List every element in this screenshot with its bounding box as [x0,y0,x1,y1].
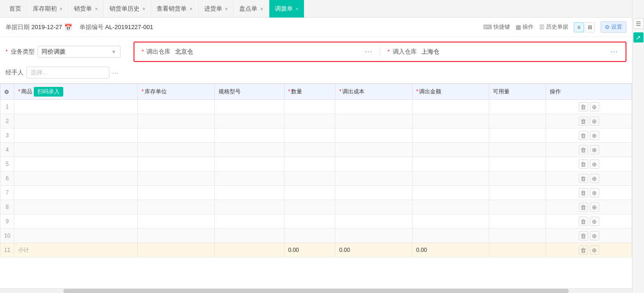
product-cell-8[interactable] [14,200,138,214]
product-cell-6[interactable] [14,171,138,186]
tab-close-view-sales[interactable]: × [189,6,192,12]
unit-cell-8 [138,200,214,214]
qty-cell-5[interactable] [284,157,335,171]
amount-cell-4 [412,143,489,157]
copy-row-3[interactable]: ⊕ [590,131,599,140]
handler-select[interactable]: 选择... [26,67,109,79]
product-cell-1[interactable] [14,100,138,114]
content-area: 单据日期 2019-12-27 📅 单据编号 AL-20191227-001 ⌨… [0,18,644,293]
tab-close-transfer[interactable]: × [296,6,298,12]
qty-cell-8[interactable] [284,200,335,214]
copy-row-5[interactable]: ⊕ [590,159,599,169]
delete-row-11[interactable]: 🗑 [579,245,588,255]
scan-button[interactable]: 扫码录入 [34,87,63,97]
copy-row-1[interactable]: ⊕ [590,102,599,111]
handler-group: 经手人 选择... ··· [6,67,119,79]
copy-row-6[interactable]: ⊕ [590,174,599,183]
spec-cell-5 [214,157,284,171]
tab-close-inventory-init[interactable]: × [60,6,62,12]
cost-cell-4 [335,143,412,157]
warehouse-out-field: * 调出仓库 北京仓 ··· [142,48,372,56]
amount-cell-6 [412,171,489,186]
qty-cell-9[interactable] [284,214,335,229]
setting-button[interactable]: ⚙ 设置 [601,21,626,33]
tab-close-sales-history[interactable]: × [142,6,145,12]
qty-cell-3[interactable] [284,128,335,143]
available-cell-3 [489,128,546,143]
copy-row-4[interactable]: ⊕ [590,145,599,154]
tab-sales-order[interactable]: 销货单 × [68,0,103,18]
delete-row-5[interactable]: 🗑 [579,159,588,169]
delete-row-1[interactable]: 🗑 [579,102,588,111]
copy-row-7[interactable]: ⊕ [590,188,599,197]
delete-row-4[interactable]: 🗑 [579,145,588,154]
qty-cell-10[interactable] [284,229,335,243]
calendar-icon[interactable]: 📅 [64,24,72,31]
horizontal-scrollbar[interactable] [0,288,632,293]
delete-row-3[interactable]: 🗑 [579,131,588,140]
copy-row-8[interactable]: ⊕ [590,202,599,212]
delete-row-6[interactable]: 🗑 [579,174,588,183]
copy-row-9[interactable]: ⊕ [590,217,599,226]
cost-cell-2 [335,114,412,128]
product-cell-5[interactable] [14,157,138,171]
tab-close-sales-order[interactable]: × [95,6,97,12]
qty-cell-2[interactable] [284,114,335,128]
product-cell-4[interactable] [14,143,138,157]
sidebar-doc-icon[interactable]: ☰ [633,18,644,29]
tab-purchase[interactable]: 进货单 × [199,0,234,18]
form-area: * 业务类型 同价调拨 ▼ * 调出仓库 北京仓 ··· [0,37,632,83]
sidebar-export-icon[interactable]: ↗ [633,32,644,43]
qty-cell-1[interactable] [284,100,335,114]
grid-view-btn[interactable]: ⊞ [585,22,595,32]
tab-close-purchase[interactable]: × [225,6,228,12]
handler-label: 经手人 [6,68,24,77]
business-type-select[interactable]: 同价调拨 ▼ [37,46,121,58]
shortcut-icon: ⌨ [483,24,492,31]
qty-cell-7[interactable] [284,186,335,200]
delete-row-9[interactable]: 🗑 [579,217,588,226]
th-unit: *库存单位 [138,84,214,100]
view-toggle: ≡ ⊞ [574,22,595,32]
qty-cell-4[interactable] [284,143,335,157]
spec-cell-8 [214,200,284,214]
dropdown-arrow-icon: ▼ [111,49,116,55]
scroll-thumb[interactable] [63,289,569,293]
tab-home[interactable]: 首页 [4,0,27,18]
shortcut-btn[interactable]: ⌨ 快捷键 [483,23,510,31]
product-cell-3[interactable] [14,128,138,143]
history-btn[interactable]: ☰ 历史单据 [539,23,568,31]
tab-inventory-check[interactable]: 盘点单 × [234,0,269,18]
handler-more[interactable]: ··· [112,69,119,76]
product-cell-2[interactable] [14,114,138,128]
amount-cell-9 [412,214,489,229]
gear-icon: ⚙ [605,24,610,31]
th-spec: 规格型号 [214,84,284,100]
qty-cell-6[interactable] [284,171,335,186]
copy-row-10[interactable]: ⊕ [590,231,599,240]
copy-row-2[interactable]: ⊕ [590,116,599,126]
delete-row-8[interactable]: 🗑 [579,202,588,212]
warehouse-box: * 调出仓库 北京仓 ··· * 调入仓库 上海仓 ··· [134,42,626,62]
product-cell-10[interactable] [14,229,138,243]
warehouse-out-more[interactable]: ··· [365,48,372,56]
tab-transfer[interactable]: 调拨单 × [269,0,304,18]
product-cell-7[interactable] [14,186,138,200]
available-cell-7 [489,186,546,200]
delete-row-10[interactable]: 🗑 [579,231,588,240]
copy-row-11[interactable]: ⊕ [590,245,599,255]
history-icon: ☰ [539,24,545,31]
tab-view-sales[interactable]: 查看销货单 × [151,0,198,18]
delete-row-7[interactable]: 🗑 [579,188,588,197]
product-cell-9[interactable] [14,214,138,229]
th-settings[interactable]: ⚙ [0,84,14,100]
warehouse-divider [380,47,380,56]
operation-btn[interactable]: ▦ 操作 [516,23,534,31]
tab-inventory-init[interactable]: 库存期初 × [27,0,68,18]
warehouse-in-more[interactable]: ··· [611,48,618,56]
tab-close-inventory-check[interactable]: × [260,6,263,12]
delete-row-2[interactable]: 🗑 [579,116,588,126]
list-view-btn[interactable]: ≡ [574,22,584,32]
tab-sales-history[interactable]: 销货单历史 × [104,0,151,18]
available-cell-6 [489,171,546,186]
